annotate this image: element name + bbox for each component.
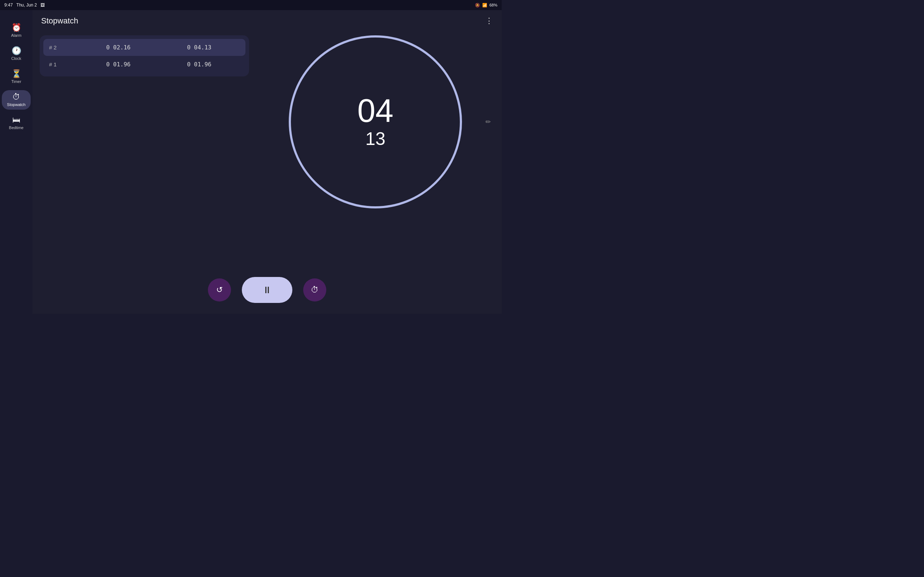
lap-num: # 1	[49, 61, 78, 68]
mute-icon: 🔕	[475, 3, 480, 8]
sidebar: ⏰ Alarm 🕐 Clock ⏳ Timer ⏱ Stopwatch 🛏 Be…	[0, 10, 32, 314]
alarm-label: Alarm	[11, 33, 22, 37]
content-area: # 2 0 02.16 0 04.13 # 1 0 01.96 0 01.96 …	[32, 32, 502, 270]
pause-button[interactable]: ⏸	[242, 277, 292, 303]
status-date: Thu, Jun 2	[16, 3, 37, 8]
sidebar-item-bedtime[interactable]: 🛏 Bedtime	[2, 113, 31, 133]
bedtime-label: Bedtime	[9, 126, 23, 130]
reset-icon: ↺	[216, 285, 223, 295]
watch-circle: 04 13	[289, 35, 462, 208]
lap-button[interactable]: ⏱	[303, 279, 326, 301]
lap-time: 0 02.16	[78, 44, 159, 51]
timer-icon: ⏳	[11, 70, 21, 78]
watch-area: 04 13 ✏	[256, 35, 494, 208]
status-bar: 9:47 Thu, Jun 2 🖼 🔕 📶 68%	[0, 0, 502, 10]
lap-total: 0 01.96	[159, 61, 240, 68]
timer-label: Timer	[11, 79, 21, 84]
bedtime-icon: 🛏	[12, 116, 20, 124]
alarm-icon: ⏰	[11, 24, 21, 32]
lap-row: # 1 0 01.96 0 01.96	[43, 56, 246, 73]
status-time: 9:47	[4, 3, 13, 8]
sidebar-item-clock[interactable]: 🕐 Clock	[2, 44, 31, 63]
watch-seconds: 04	[357, 95, 393, 127]
lap-total: 0 04.13	[159, 44, 240, 51]
reset-button[interactable]: ↺	[208, 279, 231, 301]
more-button[interactable]: ⋮	[485, 16, 493, 26]
laps-panel: # 2 0 02.16 0 04.13 # 1 0 01.96 0 01.96	[40, 35, 249, 76]
battery-level: 68%	[489, 3, 498, 7]
lap-num: # 2	[49, 44, 78, 50]
watch-centiseconds: 13	[365, 128, 386, 149]
lap-icon: ⏱	[311, 285, 319, 295]
sidebar-item-timer[interactable]: ⏳ Timer	[2, 67, 31, 87]
edit-pencil-icon[interactable]: ✏	[485, 118, 491, 126]
main-content: Stopwatch ⋮ # 2 0 02.16 0 04.13 # 1 0 01…	[32, 10, 502, 314]
status-photo-icon: 🖼	[40, 3, 45, 8]
clock-icon: 🕐	[11, 47, 21, 55]
pause-icon: ⏸	[262, 285, 272, 296]
status-left: 9:47 Thu, Jun 2 🖼	[4, 3, 45, 8]
controls: ↺ ⏸ ⏱	[32, 270, 502, 314]
sidebar-item-alarm[interactable]: ⏰ Alarm	[2, 21, 31, 40]
sidebar-item-stopwatch[interactable]: ⏱ Stopwatch	[2, 90, 31, 110]
wifi-icon: 📶	[482, 3, 487, 8]
lap-row: # 2 0 02.16 0 04.13	[43, 39, 246, 56]
clock-label: Clock	[11, 56, 21, 61]
app-title: Stopwatch	[41, 16, 78, 26]
stopwatch-icon: ⏱	[12, 93, 20, 101]
app-header: Stopwatch ⋮	[32, 10, 502, 32]
lap-time: 0 01.96	[78, 61, 159, 68]
status-right: 🔕 📶 68%	[475, 3, 498, 8]
stopwatch-label: Stopwatch	[7, 102, 25, 107]
